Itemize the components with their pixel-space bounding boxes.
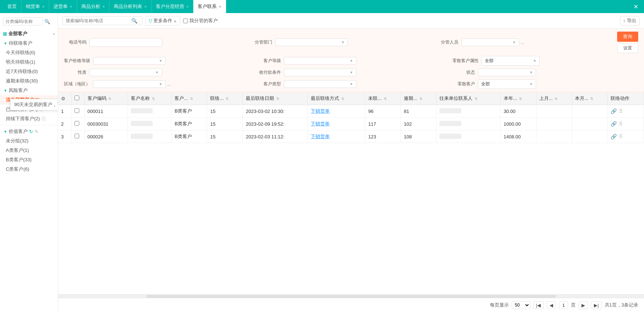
triangle-value-icon: ▼	[4, 130, 7, 134]
cell-method-2[interactable]: 下销货单	[308, 130, 365, 143]
column-settings-icon[interactable]: ⚙	[61, 96, 65, 101]
th-settings[interactable]: ⚙	[58, 92, 71, 105]
sidebar-item-class-a[interactable]: A类客户(1)	[0, 146, 58, 155]
more-filters-button[interactable]: ▽ 更多条件 ▲	[145, 16, 180, 25]
filter-region-more[interactable]: ...	[167, 82, 171, 87]
close-sales-order-icon[interactable]: ×	[42, 4, 44, 9]
sidebar-item-tomorrow[interactable]: 明天待联络(1)	[0, 57, 58, 67]
tab-product-analysis-list[interactable]: 商品分析列表 ×	[109, 0, 151, 13]
prev-page-button[interactable]: ◀	[547, 301, 556, 309]
next-page-button[interactable]: ▶	[579, 301, 588, 309]
close-purchase-order-icon[interactable]: ×	[70, 4, 72, 9]
th-customer-name[interactable]: 客户名称 ⇅	[128, 92, 172, 105]
action-more-icon-0[interactable]: ⠿	[619, 108, 623, 114]
settings-button[interactable]: 设置	[617, 43, 638, 53]
th-unlinked[interactable]: 未联... ⇅	[365, 92, 401, 105]
sidebar-search-input[interactable]	[3, 17, 43, 25]
sidebar-all-customers[interactable]: ⊞ 全部客户 «	[0, 29, 58, 39]
value-group-refresh-icon[interactable]: ↻	[29, 129, 33, 134]
filter-region-select[interactable]: ▼	[93, 80, 166, 88]
cell-method-0[interactable]: 下销货单	[308, 105, 365, 118]
close-customer-contact-icon[interactable]: ×	[219, 4, 221, 9]
th-customer-code[interactable]: 客户编码 ⇅	[84, 92, 128, 105]
filter-payment-select[interactable]: ▼	[284, 69, 357, 76]
cell-check-2[interactable]	[71, 130, 84, 143]
my-customers-checkbox[interactable]	[183, 19, 188, 23]
action-link-icon-1[interactable]: 🔗	[611, 121, 617, 127]
cell-contact-2: 15	[207, 130, 243, 143]
filter-grade-select[interactable]: ▼	[284, 57, 357, 65]
action-link-icon-2[interactable]: 🔗	[611, 134, 617, 139]
my-customers-checkbox-label[interactable]: 我分管的客户	[183, 17, 218, 24]
sidebar-item-overdue-contact[interactable]: 逾期未联络(30)	[0, 76, 58, 86]
value-group-edit-icon[interactable]: ✎	[35, 129, 39, 134]
funnel-icon: ▽	[149, 18, 152, 24]
th-overdue[interactable]: 逾期... ⇅	[401, 92, 436, 105]
cell-check-1[interactable]	[71, 118, 84, 130]
th-last-month[interactable]: 上月... ⇅	[536, 92, 572, 105]
filter-scatter-attr-select[interactable]: 全部 ▼	[482, 56, 540, 66]
th-last-contact-method[interactable]: 最后联络方式 ⇅	[308, 92, 365, 105]
close-product-analysis-icon[interactable]: ×	[102, 4, 105, 9]
filter-scatter-attr-value: 全部	[485, 58, 494, 64]
cell-name-1	[128, 118, 172, 130]
select-all-checkbox[interactable]	[75, 96, 79, 100]
th-this-month[interactable]: 本月... ⇅	[572, 92, 607, 105]
filter-phone-input[interactable]	[89, 38, 162, 47]
export-button[interactable]: ↑ 导出	[620, 16, 640, 25]
sidebar-item-today[interactable]: 今天待联络(0)	[0, 48, 58, 57]
filter-status-select[interactable]: ▼	[478, 69, 536, 76]
th-last-contact-date[interactable]: 最后联络日期 ⇅	[243, 92, 308, 105]
sidebar-collapse-icon[interactable]: «	[53, 32, 55, 36]
cell-this-year-2: 1408.00	[500, 130, 536, 143]
tab-customer-tiering[interactable]: 客户分层经营 ×	[152, 0, 193, 13]
close-customer-tiering-icon[interactable]: ×	[186, 4, 189, 9]
th-customer-type[interactable]: 客户... ⇅	[172, 92, 207, 105]
sidebar-item-7days[interactable]: 近7天待联络(0)	[0, 67, 58, 76]
th-contact[interactable]: 联络... ⇅	[207, 92, 243, 105]
first-page-button[interactable]: |◀	[533, 301, 544, 309]
filter-scatter-customer-select[interactable]: 全部 ▼	[478, 79, 536, 89]
tab-product-analysis[interactable]: 商品分析 ×	[77, 0, 109, 13]
filter-nature-select[interactable]: ▼	[89, 69, 162, 76]
filter-customer-type-select[interactable]: ▼	[284, 80, 357, 88]
table-footer: 每页显示 50 100 200 |◀ ◀ 1 页 ▶ ▶| 共1页，3条记录	[58, 298, 644, 312]
action-more-icon-2[interactable]: ⠿	[619, 134, 623, 139]
filter-price-grade-select[interactable]: ▼	[93, 57, 166, 65]
main-search-input[interactable]	[66, 18, 131, 23]
tab-home[interactable]: 首页	[3, 0, 21, 13]
sidebar-group-risk[interactable]: ▼ 风险客户	[0, 86, 58, 95]
horizontal-scrollbar[interactable]	[58, 294, 644, 298]
sidebar-item-class-c[interactable]: C类客户(6)	[0, 165, 58, 174]
sidebar-item-declining[interactable]: 持续下滑客户(2) ⓘ	[0, 114, 58, 123]
filter-dept-select[interactable]: ▼	[275, 39, 348, 46]
sidebar-group-value[interactable]: ▼ 价值客户 ↻ ✎	[0, 127, 58, 136]
cell-check-0[interactable]	[71, 105, 84, 118]
row-checkbox-2[interactable]	[75, 134, 79, 138]
filter-manager-select[interactable]: ▼	[461, 39, 519, 46]
cell-method-1[interactable]: 下销货单	[308, 118, 365, 130]
per-page-select[interactable]: 50 100 200	[512, 301, 530, 309]
row-checkbox-0[interactable]	[75, 108, 79, 113]
row-checkbox-1[interactable]	[75, 121, 79, 126]
filter-manager-more[interactable]: ...	[521, 40, 524, 45]
th-this-year[interactable]: 本年... ⇅	[500, 92, 536, 105]
last-page-button[interactable]: ▶|	[591, 301, 601, 309]
window-close-button[interactable]: ✕	[631, 3, 641, 10]
cell-overdue-0: 81	[401, 105, 436, 118]
sidebar-item-ungrouped[interactable]: 未分组(32)	[0, 136, 58, 146]
table-row: 2 00030031 B类客户 15 2023-02-09 19:52: 下销货…	[58, 118, 644, 130]
main-search-icon[interactable]: 🔍	[131, 18, 137, 24]
th-unit-contact[interactable]: 往来单位联系人 ⇅	[436, 92, 501, 105]
tab-purchase-order[interactable]: 进货单 ×	[49, 0, 77, 13]
filter-scatter-customer-label: 零散客户	[452, 81, 478, 87]
close-product-analysis-list-icon[interactable]: ×	[144, 4, 146, 9]
tab-customer-contact[interactable]: 客户联系 ×	[193, 0, 226, 13]
tab-sales-order[interactable]: 销货单 ×	[21, 0, 49, 13]
sidebar-group-pending[interactable]: ▼ 待联络客户	[0, 39, 58, 48]
action-more-icon-1[interactable]: ⠿	[619, 121, 623, 127]
sidebar-item-class-b[interactable]: B类客户(33)	[0, 155, 58, 165]
sidebar-search-icon[interactable]: 🔍	[44, 19, 50, 24]
action-link-icon-0[interactable]: 🔗	[611, 108, 617, 114]
query-button[interactable]: 查询	[617, 32, 638, 42]
